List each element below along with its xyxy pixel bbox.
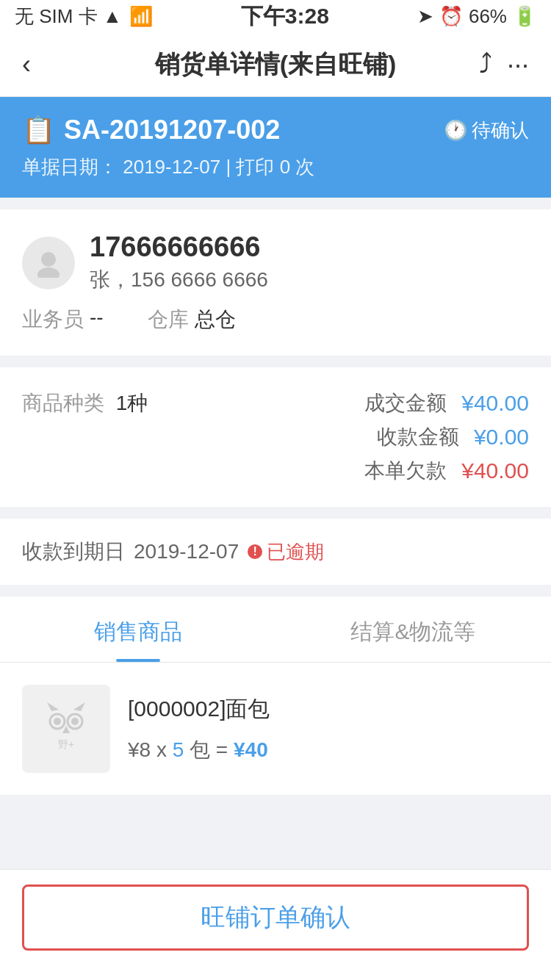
due-date-value: 2019-12-07 [134,540,239,563]
status-bar: 无 SIM 卡 ▲ 📶 下午3:28 ➤ ⏰ 66% 🔋 [0,0,551,32]
order-id-text: SA-20191207-002 [64,115,280,145]
customer-phone: 17666666666 [90,231,268,263]
product-price: ¥8 x 5 包 = ¥40 [128,736,529,764]
tabs: 销售商品 结算&物流等 [0,597,551,663]
type-label: 商品种类 [22,392,104,414]
nav-left: ‹ [22,49,81,80]
order-date-label: 单据日期： [22,156,118,178]
owed-value: ¥40.00 [461,458,529,483]
order-status: 🕐 待确认 [444,118,529,143]
status-left: 无 SIM 卡 ▲ 📶 [15,4,153,29]
sales-label: 业务员 [22,306,84,334]
svg-point-5 [71,718,79,725]
svg-marker-7 [47,702,59,711]
tab-settlement-label: 结算&物流等 [350,619,475,644]
order-status-text: 待确认 [472,118,529,143]
order-date-row: 单据日期： 2019-12-07 | 打印 0 次 [22,154,529,180]
received-value: ¥0.00 [474,425,529,450]
battery-label: 66% [469,5,507,28]
price-value: ¥8 [128,738,151,761]
product-name: [0000002]面包 [128,694,529,724]
order-id: 📋 SA-20191207-002 [22,115,280,145]
price-x: x [156,738,173,761]
status-time: 下午3:28 [241,1,329,32]
tab-settlement[interactable]: 结算&物流等 [276,597,551,662]
customer-card: 17666666666 张，156 6666 6666 业务员 -- 仓库 总仓 [0,209,551,356]
due-date-card: 收款到期日 2019-12-07 ! 已逾期 [0,519,551,585]
confirm-order-button[interactable]: 旺铺订单确认 [22,884,529,951]
share-button[interactable]: ⤴ [479,49,492,80]
amount-label: 成交金额 [364,389,447,417]
warehouse-value: 总仓 [195,306,236,334]
amount-value: ¥40.00 [461,391,529,416]
warehouse-label: 仓库 [148,306,189,334]
location-icon: ➤ [417,5,433,28]
svg-point-1 [37,267,60,278]
product-info: [0000002]面包 ¥8 x 5 包 = ¥40 [128,694,529,764]
customer-name: 张，156 6666 6666 [90,266,268,294]
product-thumbnail: 野+ [22,685,110,773]
print-label: | 打印 0 次 [226,156,314,178]
qty-value: 5 [173,738,184,761]
summary-left: 商品种类 1种 [22,389,148,417]
product-item: 野+ [0000002]面包 ¥8 x 5 包 = ¥40 [0,663,551,796]
order-date-value: 2019-12-07 [123,156,220,178]
summary-right: 成交金额 ¥40.00 收款金额 ¥0.00 本单欠款 ¥40.00 [364,389,529,485]
bottom-bar: 旺铺订单确认 [0,869,551,980]
svg-point-4 [54,718,61,725]
customer-meta: 业务员 -- 仓库 总仓 [22,306,529,334]
battery-icon: 🔋 [513,5,536,28]
more-button[interactable]: ··· [507,49,529,80]
overdue-badge: ! 已逾期 [248,539,324,565]
total-value: ¥40 [234,738,268,761]
overdue-icon: ! [248,544,262,559]
type-value: 1种 [116,392,148,414]
clock-icon: 🕐 [444,119,467,142]
status-right: ➤ ⏰ 66% 🔋 [417,5,536,28]
back-button[interactable]: ‹ [22,49,31,80]
nav-right: ⤴ ··· [470,49,529,80]
overdue-text: 已逾期 [267,539,324,565]
received-label: 收款金额 [377,423,459,451]
order-icon: 📋 [22,115,55,145]
owed-label: 本单欠款 [364,457,447,485]
summary-card: 商品种类 1种 成交金额 ¥40.00 收款金额 ¥0.00 本单欠款 ¥40.… [0,367,551,507]
order-header: 📋 SA-20191207-002 🕐 待确认 单据日期： 2019-12-07… [0,97,551,198]
unit-value: 包 [190,738,210,761]
page-title: 销货单详情(来自旺铺) [155,48,397,82]
nav-bar: ‹ 销货单详情(来自旺铺) ⤴ ··· [0,32,551,97]
due-date-label: 收款到期日 [22,538,125,566]
tab-products-label: 销售商品 [94,619,182,644]
svg-marker-8 [73,702,85,711]
alarm-icon: ⏰ [439,5,463,28]
sales-value: -- [90,306,104,334]
svg-text:野+: 野+ [58,738,74,750]
svg-point-0 [41,252,56,267]
wifi-icon: 📶 [129,5,153,28]
tab-products[interactable]: 销售商品 [0,597,276,662]
product-list: 野+ [0000002]面包 ¥8 x 5 包 = ¥40 [0,663,551,796]
equals: = [216,738,234,761]
avatar [22,237,75,289]
sim-label: 无 SIM 卡 ▲ [15,4,122,29]
product-logo: 野+ [37,696,96,761]
